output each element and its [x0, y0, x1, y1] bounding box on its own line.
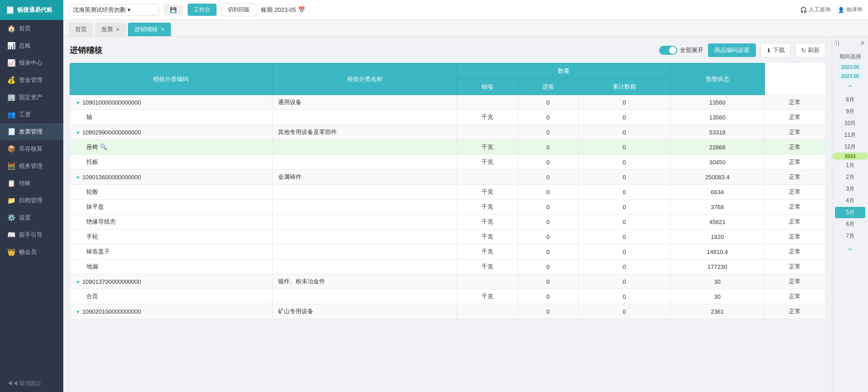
nav-label: 固定资产 — [19, 93, 42, 101]
tab-label: 进销稽核 — [134, 25, 158, 33]
period-month-2月[interactable]: 2月 — [835, 172, 865, 183]
period-month-5月[interactable]: 5月 — [835, 207, 865, 218]
sidebar-item-税务管理[interactable]: 🧮税务管理 — [0, 158, 63, 175]
table-row-sale-out: 0 — [518, 274, 578, 289]
period-month-7月[interactable]: 7月 — [835, 230, 865, 242]
table-row-unit: 千克 — [457, 110, 518, 125]
table-row-name: 通用设备 — [272, 95, 457, 110]
unpin-label: ◀◀ 取消固定 — [7, 380, 41, 387]
tab-close-icon[interactable]: ✕ — [160, 27, 165, 33]
period-month-3月[interactable]: 3月 — [835, 183, 865, 195]
table-row-sale-in: 0 — [579, 155, 670, 170]
table-row-unit — [457, 274, 518, 289]
tab-进销稽核[interactable]: 进销稽核✕ — [128, 23, 171, 36]
refresh-button[interactable]: ↻ 刷新 — [795, 43, 826, 57]
table-row-code: ▼109010000000000000 — [70, 95, 273, 110]
sidebar-item-库存核算[interactable]: 📦库存核算 — [0, 140, 63, 158]
period-month-6月[interactable]: 6月 — [835, 219, 865, 230]
download-button[interactable]: ⬇ 下载 — [760, 43, 791, 57]
save-button[interactable]: 💾 — [164, 5, 183, 15]
tab-发票[interactable]: 发票✕ — [95, 23, 126, 36]
table-row-sale-out: 0 — [518, 289, 578, 304]
table-row-sale-in: 0 — [579, 304, 670, 319]
period-month-10月[interactable]: 10月 — [835, 118, 865, 129]
table-row-code: 轮毂 — [70, 185, 273, 200]
table-row-code: 托板 — [70, 155, 273, 170]
group-arrow-icon: ▼ — [75, 100, 80, 105]
table-row-name: 矿山专用设备 — [272, 304, 457, 319]
company-name: 沈海英测试经营勿删 — [73, 6, 126, 14]
sidebar-item-工资[interactable]: 👥工资 — [0, 106, 63, 123]
table-row-total: 250083.4 — [670, 170, 764, 185]
sidebar-item-设置[interactable]: ⚙️设置 — [0, 209, 63, 226]
period-down-arrow[interactable]: ⌄ — [847, 243, 854, 253]
sidebar-item-发票管理[interactable]: 🧾发票管理 — [0, 123, 63, 140]
period-month-11月[interactable]: 11月 — [835, 129, 865, 141]
sidebar-item-资金管理[interactable]: 💰资金管理 — [0, 72, 63, 89]
oldver-button[interactable]: 切到旧版 — [221, 3, 256, 16]
sidebar-item-新手引导[interactable]: 📖新手引导 — [0, 226, 63, 244]
table-row-total: 1820 — [670, 229, 764, 244]
sidebar-item-报表中心[interactable]: 📈报表中心 — [0, 54, 63, 72]
company-selector[interactable]: 沈海英测试经营勿删 ▾ — [69, 4, 159, 16]
table-row-unit: 千克 — [457, 259, 518, 274]
period-up-arrow[interactable]: ⌃ — [847, 83, 854, 93]
table-row-code: 地漏 — [70, 259, 273, 274]
sidebar-item-归档管理[interactable]: 📁归档管理 — [0, 192, 63, 209]
nav-icon: 📁 — [7, 196, 15, 205]
table-row-code: 座椅 🔍 — [70, 140, 273, 155]
period-month-8月[interactable]: 8月 — [835, 94, 865, 105]
expand-toggle[interactable] — [659, 46, 677, 55]
table-row-sale-in: 0 — [579, 170, 670, 185]
period-months-before: 8月9月10月11月12月 — [832, 94, 868, 153]
table-row-name — [272, 155, 457, 170]
sidebar-item-畅会员[interactable]: 👑畅会员 — [0, 244, 63, 261]
product-code-button[interactable]: 商品编码设置 — [708, 43, 756, 57]
period-month-12月[interactable]: 12月 — [835, 141, 865, 153]
table-row-code: 手轮 — [70, 229, 273, 244]
topbar: 沈海英测试经营勿删 ▾ 💾 工作台 切到旧版 账期 2023-05 📅 🎧 人工… — [63, 0, 868, 20]
table-row-unit: 千克 — [457, 155, 518, 170]
period-value: 2023-05 — [274, 6, 296, 13]
table-row-name — [272, 289, 457, 304]
nav-icon: 🏢 — [7, 93, 15, 101]
workbench-button[interactable]: 工作台 — [188, 4, 217, 16]
table-row-sale-out: 0 — [518, 110, 578, 125]
tab-首页[interactable]: 首页 — [69, 23, 93, 36]
period-month-1月[interactable]: 1月 — [835, 160, 865, 171]
table-row-status: 正常 — [764, 95, 825, 110]
toggle-expand-area: 全部展开 — [659, 46, 703, 55]
sidebar-item-结账[interactable]: 📋结账 — [0, 175, 63, 192]
tabs-bar: 首页发票✕进销稽核✕ — [63, 20, 868, 37]
group-arrow-icon: ▼ — [75, 175, 80, 180]
table-row-total: 14810.4 — [670, 244, 764, 259]
table-row-unit: 千克 — [457, 185, 518, 200]
sidebar-footer[interactable]: ◀◀ 取消固定 — [0, 375, 63, 392]
nav-icon: 📖 — [7, 231, 15, 239]
table-row-total: 53318 — [670, 125, 764, 140]
panel-expand-icon[interactable]: ⟩⟩ — [835, 39, 840, 47]
sidebar-item-首页[interactable]: 🏠首页 — [0, 20, 63, 37]
service-button[interactable]: 🎧 人工咨询 — [800, 6, 830, 14]
search-icon[interactable]: 🔍 — [100, 143, 107, 150]
table-row-total: 13560 — [670, 95, 764, 110]
table-row-sale-out: 0 — [518, 185, 578, 200]
period-month-9月[interactable]: 9月 — [835, 106, 865, 117]
table-row-sale-in: 0 — [579, 125, 670, 140]
panel-close-icon[interactable]: ✕ — [860, 39, 865, 47]
main-table: 税收分类编码 税收分类名称 数量 预警状态 销项 进项 累计数额 ▼109010 — [70, 63, 826, 319]
sidebar-item-总账[interactable]: 📊总账 — [0, 37, 63, 54]
group-arrow-icon: ▼ — [75, 130, 80, 135]
nav-label: 新手引导 — [19, 231, 42, 239]
sidebar-item-固定资产[interactable]: 🏢固定资产 — [0, 89, 63, 106]
nav-label: 工资 — [19, 110, 31, 119]
table-row-sale-in: 0 — [579, 140, 670, 155]
nav-label: 库存核算 — [19, 145, 42, 153]
nav-icon: 📈 — [7, 59, 15, 67]
selected-period-1: 2023.05 — [839, 63, 862, 71]
user-info: 👤 徐泽华 — [838, 6, 863, 14]
table-row-unit: 千克 — [457, 229, 518, 244]
tab-close-icon[interactable]: ✕ — [116, 27, 120, 33]
period-month-4月[interactable]: 4月 — [835, 195, 865, 206]
table-row-total: 30 — [670, 289, 764, 304]
